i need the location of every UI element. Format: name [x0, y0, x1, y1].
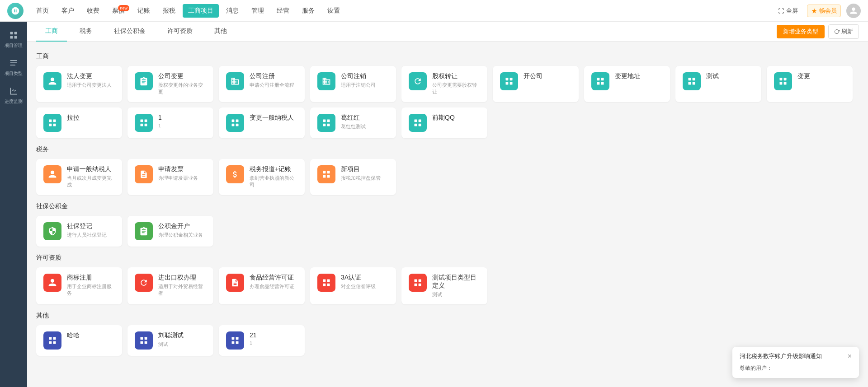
- svg-rect-11: [597, 78, 600, 81]
- card-测试[interactable]: 测试: [675, 66, 761, 102]
- card-text-法人变更: 法人变更适用于公司变更法人: [67, 72, 115, 89]
- card-公积金开户[interactable]: 公积金开户办理公积金相关业务: [127, 216, 213, 247]
- card-刘聪测试[interactable]: 刘聪测试测试: [127, 325, 213, 356]
- app-logo[interactable]: [7, 3, 24, 19]
- card-text-公司注册: 公司注册申请公司注册全流程: [250, 72, 297, 89]
- nav-item-客户[interactable]: 客户: [56, 4, 80, 18]
- notification-close-button[interactable]: ×: [848, 352, 852, 360]
- card-1[interactable]: 11: [127, 107, 213, 138]
- add-type-button[interactable]: 新增业务类型: [777, 25, 825, 38]
- svg-rect-33: [232, 123, 235, 126]
- card-icon-法人变更: [43, 72, 61, 90]
- card-开公司[interactable]: 开公司: [493, 66, 579, 102]
- refresh-button[interactable]: 刷新: [828, 24, 859, 39]
- card-新项目[interactable]: 新项目报税加税控盘保管: [310, 159, 396, 195]
- card-desc-刘聪测试: 测试: [158, 341, 206, 348]
- sub-tab-list: 工商税务社保公积金许可资质其他: [36, 22, 240, 42]
- card-拉拉[interactable]: 拉拉: [36, 107, 122, 138]
- card-icon-商标注册: [43, 274, 61, 292]
- svg-rect-18: [693, 82, 695, 85]
- cards-grid-社保公积金: 社保登记进行人员社保登记公积金开户办理公积金相关业务: [36, 216, 859, 247]
- nav-badge-票据: new: [118, 5, 129, 12]
- user-avatar[interactable]: [846, 4, 861, 18]
- card-测试项目类型目定义[interactable]: 测试项目类型目定义测试: [401, 267, 487, 304]
- card-name-公司注册: 公司注册: [250, 72, 297, 80]
- nav-item-记账[interactable]: 记账: [132, 4, 156, 18]
- card-21[interactable]: 211: [219, 325, 305, 356]
- sub-tab-工商[interactable]: 工商: [36, 22, 67, 42]
- section-工商: 工商法人变更适用于公司变更法人公司变更股权变更外的业务变更公司注册申请公司注册全…: [36, 52, 859, 138]
- svg-rect-5: [10, 62, 17, 63]
- card-desc-公司注册: 申请公司注册全流程: [250, 82, 297, 89]
- svg-rect-27: [141, 119, 143, 122]
- card-股权转让[interactable]: 股权转让公司变更需要股权转让: [401, 66, 487, 102]
- section-title-许可资质: 许可资质: [36, 254, 859, 262]
- svg-rect-1: [14, 32, 17, 35]
- card-text-进出口权办理: 进出口权办理适用于对外贸易经营者: [158, 274, 206, 297]
- card-icon-开公司: [500, 72, 518, 90]
- card-食品经营许可证[interactable]: 食品经营许可证办理食品经营许可证: [219, 267, 305, 304]
- sub-tab-其他[interactable]: 其他: [205, 22, 236, 42]
- card-申请一般纳税人[interactable]: 申请一般纳税人当月或次月成变更完成: [36, 159, 122, 195]
- card-申请发票[interactable]: 申请发票办理申请发票业务: [127, 159, 213, 195]
- svg-rect-10: [510, 82, 513, 85]
- svg-rect-39: [415, 119, 417, 122]
- svg-rect-57: [49, 341, 52, 344]
- card-icon-申请一般纳税人: [43, 165, 61, 183]
- nav-item-服务[interactable]: 服务: [297, 4, 320, 18]
- card-哈哈[interactable]: 哈哈: [36, 325, 122, 356]
- card-name-进出口权办理: 进出口权办理: [158, 274, 206, 282]
- nav-item-收费[interactable]: 收费: [81, 4, 105, 18]
- card-text-税务报道+记账: 税务报道+记账拿到营业执照的新公司: [250, 165, 297, 189]
- sidebar-item-progress-monitor[interactable]: 进度监测: [0, 81, 27, 109]
- sidebar-item-project-type[interactable]: 项目类型: [0, 53, 27, 81]
- card-法人变更[interactable]: 法人变更适用于公司变更法人: [36, 66, 122, 102]
- member-button[interactable]: 畅会员: [807, 5, 841, 17]
- card-社保登记[interactable]: 社保登记进行人员社保登记: [36, 216, 122, 247]
- card-text-3A认证: 3A认证对企业信誉评级: [341, 274, 389, 290]
- card-desc-税务报道+记账: 拿到营业执照的新公司: [250, 175, 297, 189]
- card-name-变更: 变更: [797, 72, 845, 80]
- card-税务报道+记账[interactable]: 税务报道+记账拿到营业执照的新公司: [219, 159, 305, 195]
- card-前期QQ[interactable]: 前期QQ: [401, 107, 487, 138]
- card-变更一般纳税人[interactable]: 变更一般纳税人: [219, 107, 305, 138]
- card-进出口权办理[interactable]: 进出口权办理适用于对外贸易经营者: [127, 267, 213, 304]
- card-desc-测试项目类型目定义: 测试: [432, 291, 480, 298]
- card-icon-公司注销: [317, 72, 335, 90]
- card-公司注册[interactable]: 公司注册申请公司注册全流程: [219, 66, 305, 102]
- nav-item-消息[interactable]: 消息: [221, 4, 244, 18]
- svg-rect-29: [141, 123, 143, 126]
- card-text-商标注册: 商标注册用于企业商标注册服务: [67, 274, 115, 297]
- notification-popup: 河北税务数字账户升级影响通知 × 尊敬的用户：: [732, 347, 859, 378]
- nav-item-工商项目[interactable]: 工商项目: [183, 4, 219, 18]
- card-3A认证[interactable]: 3A认证对企业信誉评级: [310, 267, 396, 304]
- sidebar-item-project-management[interactable]: 项目管理: [0, 25, 27, 53]
- svg-rect-31: [232, 119, 235, 122]
- refresh-label: 刷新: [841, 28, 853, 36]
- card-text-哈哈: 哈哈: [67, 331, 115, 341]
- nav-item-票据[interactable]: 票据new: [107, 4, 130, 18]
- sub-tab-社保公积金[interactable]: 社保公积金: [105, 22, 155, 42]
- card-葛红红[interactable]: 葛红红葛红红测试: [310, 107, 396, 138]
- nav-item-设置[interactable]: 设置: [322, 4, 345, 18]
- card-变更地址[interactable]: 变更地址: [584, 66, 670, 102]
- svg-rect-32: [236, 119, 239, 122]
- top-nav: 首页客户收费票据new记账报税工商项目消息管理经营服务设置 全屏 畅会员: [0, 0, 868, 22]
- sub-tab-许可资质[interactable]: 许可资质: [158, 22, 202, 42]
- card-desc-食品经营许可证: 办理食品经营许可证: [250, 283, 297, 290]
- card-name-变更一般纳税人: 变更一般纳税人: [250, 114, 297, 122]
- fullscreen-button[interactable]: 全屏: [774, 5, 802, 17]
- card-变更[interactable]: 变更: [767, 66, 853, 102]
- card-name-社保登记: 社保登记: [67, 222, 115, 230]
- nav-item-管理[interactable]: 管理: [246, 4, 269, 18]
- svg-rect-44: [327, 171, 330, 173]
- card-商标注册[interactable]: 商标注册用于企业商标注册服务: [36, 267, 122, 304]
- card-公司变更[interactable]: 公司变更股权变更外的业务变更: [127, 66, 213, 102]
- nav-item-经营[interactable]: 经营: [271, 4, 295, 18]
- card-name-公积金开户: 公积金开户: [158, 222, 206, 230]
- nav-item-报税[interactable]: 报税: [157, 4, 181, 18]
- sub-tab-税务[interactable]: 税务: [71, 22, 101, 42]
- card-公司注销[interactable]: 公司注销适用于注销公司: [310, 66, 396, 102]
- nav-item-首页[interactable]: 首页: [31, 4, 54, 18]
- card-text-测试项目类型目定义: 测试项目类型目定义测试: [432, 274, 480, 298]
